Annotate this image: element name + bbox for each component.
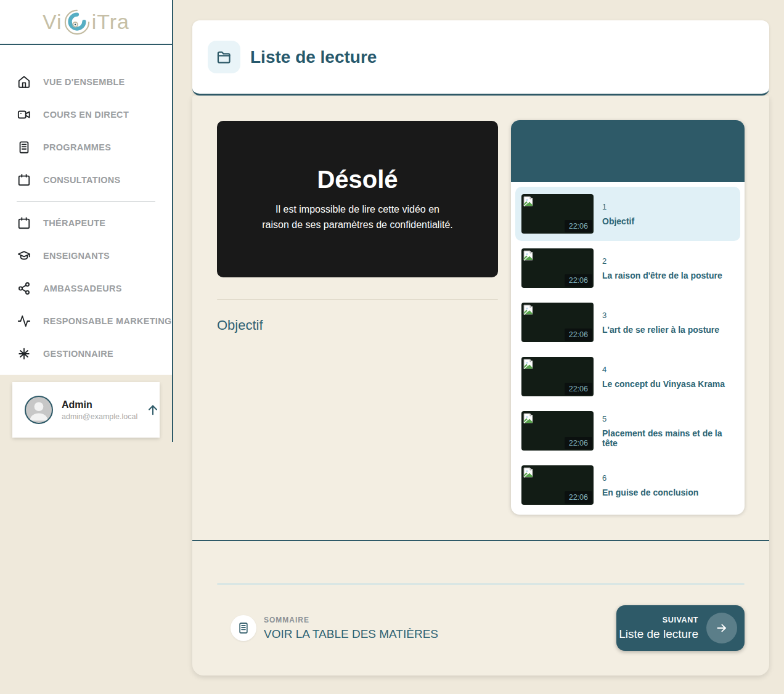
duration-badge: 22:06 <box>565 383 592 395</box>
sidebar-item-ambassadeurs[interactable]: AMBASSADEURS <box>0 272 172 304</box>
duration-badge: 22:06 <box>565 437 592 449</box>
sidebar-item-vue-d-ensemble[interactable]: VUE D'ENSEMBLE <box>0 65 172 98</box>
graduation-cap-icon <box>17 249 31 263</box>
playlist-list: 22:06 1 Objectif 22:06 2 La raison d'êtr… <box>511 182 745 515</box>
broken-image-icon <box>523 359 533 369</box>
share-icon <box>17 282 31 295</box>
playlist-item-title: L'art de se relier à la posture <box>602 325 719 335</box>
sidebar-border <box>172 375 173 442</box>
video-thumbnail: 22:06 <box>521 194 594 234</box>
video-thumbnail: 22:06 <box>521 303 594 342</box>
video-thumbnail: 22:06 <box>521 465 594 505</box>
folder-icon <box>208 41 240 73</box>
user-name: Admin <box>62 399 137 410</box>
sidebar-item-enseignants[interactable]: ENSEIGNANTS <box>0 239 172 272</box>
duration-badge: 22:06 <box>565 329 592 341</box>
sidebar-item-programmes[interactable]: PROGRAMMES <box>0 131 172 163</box>
duration-badge: 22:06 <box>565 274 592 287</box>
notebook-icon <box>17 141 31 154</box>
duration-badge: 22:06 <box>565 220 592 232</box>
broken-image-icon <box>523 250 533 261</box>
sidebar-item-responsable-marketing[interactable]: RESPONSABLE MARKETING <box>0 304 172 337</box>
user-email: admin@example.local <box>62 412 137 421</box>
playlist-item-title: En guise de conclusion <box>602 488 698 497</box>
video-player[interactable]: Désolé Il est impossible de lire cette v… <box>217 121 498 277</box>
playlist-item-title: Le concept du Vinyasa Krama <box>602 379 725 389</box>
lesson-title: Objectif <box>217 317 263 333</box>
sidebar-item-gestionnaire[interactable]: GESTIONNAIRE <box>0 337 172 370</box>
playlist-item-title: La raison d'être de la posture <box>602 271 722 280</box>
logo-row: Vi iTra <box>0 0 172 45</box>
avatar <box>25 396 53 424</box>
sidebar-item-cours-en-direct[interactable]: COURS EN DIRECT <box>0 98 172 131</box>
spiral-logo-icon <box>63 9 91 36</box>
nav-section-top: VUE D'ENSEMBLE COURS EN DIRECT PROGRAMME… <box>0 65 172 196</box>
playlist-item-en-guise-de-conclusion[interactable]: 22:06 6 En guise de conclusion <box>515 458 740 512</box>
sidebar-item-consultations[interactable]: CONSULTATIONS <box>0 163 172 196</box>
playlist-header <box>511 120 745 182</box>
broken-image-icon <box>523 304 533 315</box>
summary-label: SOMMAIRE <box>264 616 438 624</box>
video-thumbnail: 22:06 <box>521 248 594 288</box>
section-divider <box>192 540 769 541</box>
video-camera-icon <box>17 108 31 121</box>
home-icon <box>17 75 31 89</box>
footer-divider <box>217 583 745 585</box>
playlist-item-placement-des-mains-et-de-la-tete[interactable]: 22:06 5 Placement des mains et de la têt… <box>515 404 740 458</box>
asterisk-icon <box>17 347 31 361</box>
calendar-icon <box>17 173 31 187</box>
playlist-item-number: 5 <box>602 414 734 423</box>
logo-text-left: Vi <box>43 10 62 34</box>
playlist-item-title: Placement des mains et de la tête <box>602 428 734 448</box>
calendar-icon <box>17 216 31 230</box>
playlist-item-number: 4 <box>602 365 725 374</box>
player-error-message: Il est impossible de lire cette vidéo en… <box>261 202 454 233</box>
playlist-item-objectif[interactable]: 22:06 1 Objectif <box>515 187 740 241</box>
notebook-icon <box>231 615 256 641</box>
playlist-item-number: 6 <box>602 473 698 483</box>
summary-link-text: VOIR LA TABLE DES MATIÈRES <box>264 627 438 641</box>
activity-icon <box>17 314 31 328</box>
logo-text-right: iTra <box>92 10 129 34</box>
divider <box>217 299 498 300</box>
table-of-contents-link[interactable]: SOMMAIRE VOIR LA TABLE DES MATIÈRES <box>231 615 438 641</box>
playlist-item-number: 3 <box>602 311 719 320</box>
playlist-item-title: Objectif <box>602 216 634 226</box>
video-thumbnail: 22:06 <box>521 357 594 396</box>
user-menu-card[interactable]: Admin admin@example.local <box>12 382 160 438</box>
arrow-right-icon <box>706 613 737 643</box>
page-title: Liste de lecture <box>250 47 377 67</box>
arrow-up-icon[interactable] <box>146 403 160 417</box>
page-header: Liste de lecture <box>192 20 769 96</box>
broken-image-icon <box>523 467 533 478</box>
sidebar-item-therapeute[interactable]: THÉRAPEUTE <box>0 206 172 239</box>
playlist-item-number: 2 <box>602 256 722 266</box>
next-title: Liste de lecture <box>619 627 698 641</box>
broken-image-icon <box>523 196 533 206</box>
nav-divider <box>17 201 155 202</box>
next-label: SUIVANT <box>619 616 698 624</box>
playlist-item-number: 1 <box>602 202 634 211</box>
next-button[interactable]: SUIVANT Liste de lecture <box>616 605 745 651</box>
app-logo[interactable]: Vi iTra <box>43 9 129 36</box>
player-error-title: Désolé <box>317 166 398 194</box>
broken-image-icon <box>523 413 533 423</box>
sidebar: Vi iTra VUE D'ENSEMBLE COURS EN DIRECT P… <box>0 0 173 375</box>
playlist-item-le-concept-du-vinyasa-krama[interactable]: 22:06 4 Le concept du Vinyasa Krama <box>515 349 740 404</box>
playlist-item-la-raison-d-etre-de-la-posture[interactable]: 22:06 2 La raison d'être de la posture <box>515 241 740 295</box>
duration-badge: 22:06 <box>565 491 592 504</box>
content-area: Désolé Il est impossible de lire cette v… <box>192 96 769 676</box>
nav-section-bottom: THÉRAPEUTE ENSEIGNANTS AMBASSADEURS RESP… <box>0 206 172 370</box>
playlist-panel: 22:06 1 Objectif 22:06 2 La raison d'êtr… <box>511 120 745 515</box>
video-thumbnail: 22:06 <box>521 411 594 451</box>
playlist-item-l-art-de-se-relier-a-la-posture[interactable]: 22:06 3 L'art de se relier à la posture <box>515 295 740 349</box>
